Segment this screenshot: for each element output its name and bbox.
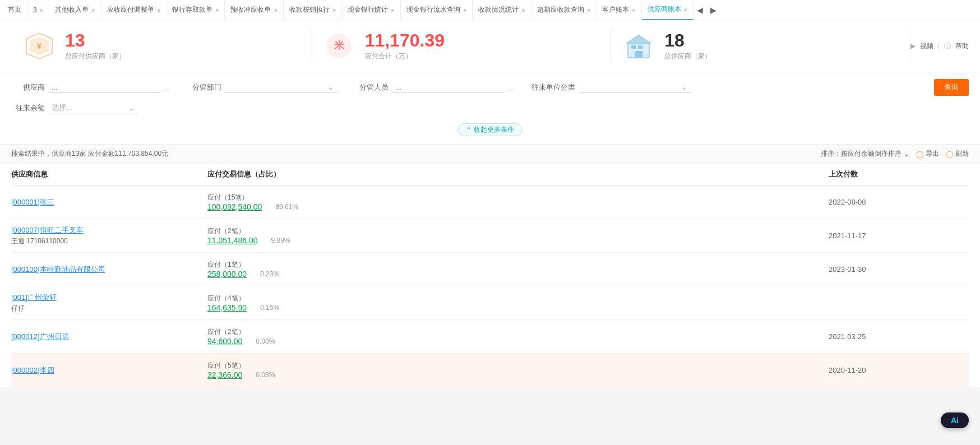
tx-info: 应付（1笔） 258,000.00 0.23% bbox=[207, 260, 829, 279]
nav-tab-other-income[interactable]: 其他收入单 × bbox=[49, 0, 101, 20]
balance-placeholder: 选择... bbox=[52, 103, 72, 113]
tx-amount-link[interactable]: 258,000.00 bbox=[207, 270, 247, 279]
collapse-label: 收起更多条件 bbox=[474, 125, 514, 135]
nav-tab-prepay-offset[interactable]: 预收冲应收单 × bbox=[225, 0, 283, 20]
close-icon[interactable]: × bbox=[40, 7, 43, 13]
tx-percent: 0.08% bbox=[256, 337, 275, 345]
nav-tab-3-label: 3 bbox=[33, 6, 37, 14]
ap-total-label: 应付合计（万） bbox=[365, 52, 445, 61]
sort-label: 排序：按应付余额倒序排序 bbox=[821, 149, 902, 159]
close-icon[interactable]: × bbox=[157, 7, 160, 13]
tx-info: 应付（15笔） 100,092,540.00 89.61% bbox=[207, 193, 829, 211]
query-button[interactable]: 查询 bbox=[934, 79, 969, 96]
table-row: [000002]李四 应付（5笔） 32,366.00 0.03% 2020-1… bbox=[11, 354, 969, 387]
tx-info: 应付（4笔） 164,635.90 0.15% bbox=[207, 294, 829, 312]
supplier-name-link[interactable]: [000002]李四 bbox=[11, 365, 207, 376]
nav-tab-cash-bank-flow[interactable]: 现金银行流水查询 × bbox=[401, 0, 473, 20]
refresh-button[interactable]: ◯ 刷新 bbox=[946, 149, 969, 159]
tx-amount-link[interactable]: 100,092,540.00 bbox=[207, 202, 262, 211]
supplier-dots: ... bbox=[164, 84, 170, 92]
nav-prev-arrow[interactable]: ◀ bbox=[694, 0, 707, 20]
nav-tab-collection-exec[interactable]: 收款核销执行 × bbox=[284, 0, 342, 20]
sort-control[interactable]: 排序：按应付余额倒序排序 ⌄ bbox=[821, 149, 909, 159]
nav-tab-collection-stat[interactable]: 收款情况统计 × bbox=[473, 0, 531, 20]
tx-label: 应付（15笔） bbox=[207, 193, 829, 202]
table-row: [000012]广州贝瑞 应付（2笔） 94,600.00 0.08% 2021… bbox=[11, 320, 969, 354]
close-icon[interactable]: × bbox=[391, 7, 394, 13]
supplier-name-link[interactable]: [000012]广州贝瑞 bbox=[11, 332, 207, 342]
total-suppliers-label: 总供应商（家） bbox=[664, 52, 711, 61]
supplier-name-link[interactable]: [000100]本特勤油品有限公司 bbox=[11, 265, 207, 275]
close-icon[interactable]: × bbox=[684, 6, 687, 13]
supplier-name-link[interactable]: [000007]恒旺二手叉车 bbox=[11, 225, 207, 235]
tx-percent: 0.15% bbox=[260, 304, 279, 312]
balance-dropdown[interactable]: 选择... ⌄ bbox=[48, 101, 138, 114]
svg-marker-9 bbox=[627, 35, 650, 43]
filter-item-supplier: 供应商 ... bbox=[11, 82, 170, 93]
help-icon: ⓘ bbox=[944, 41, 951, 51]
results-info: 搜索结果中，供应商13家 应付金额111,703,854.00元 bbox=[11, 149, 168, 159]
tx-amount-link[interactable]: 11,051,486.00 bbox=[207, 236, 258, 245]
balance-label: 往来余额 bbox=[11, 103, 45, 113]
category-label: 往来单位分类 bbox=[531, 82, 575, 92]
ap-total-number: 11,170.39 bbox=[365, 31, 445, 49]
tx-label: 应付（1笔） bbox=[207, 260, 829, 270]
close-icon[interactable]: × bbox=[632, 7, 635, 13]
tx-info: 应付（2笔） 11,051,486.00 9.89% bbox=[207, 226, 829, 245]
summary-area: ¥ 13 总应付供应商（家） 米 11,170.39 应付合计（万） bbox=[0, 20, 980, 72]
nav-tab-cash-bank-stat[interactable]: 现金银行统计 × bbox=[342, 0, 400, 20]
nav-tab-customer-ledger[interactable]: 客户账本 × bbox=[597, 0, 641, 20]
category-dropdown[interactable]: ⌄ bbox=[579, 82, 691, 93]
close-icon[interactable]: × bbox=[587, 7, 590, 13]
table-row: [001]广州荣轩 仔仔 应付（4笔） 164,635.90 0.15% bbox=[11, 286, 969, 320]
divider: | bbox=[938, 42, 940, 50]
supplier-name-link[interactable]: [001]广州荣轩 bbox=[11, 293, 207, 303]
last-payment: 2023-01-30 bbox=[829, 265, 969, 274]
svg-rect-8 bbox=[635, 51, 642, 58]
svg-text:米: 米 bbox=[334, 40, 345, 51]
close-icon[interactable]: × bbox=[463, 7, 466, 13]
tx-label: 应付（4笔） bbox=[207, 294, 829, 303]
sort-arrow-icon: ⌄ bbox=[904, 150, 909, 158]
nav-tab-ar-ap-adjust[interactable]: 应收应付调整单 × bbox=[101, 0, 167, 20]
export-label: 导出 bbox=[926, 149, 939, 159]
close-icon[interactable]: × bbox=[332, 7, 336, 13]
collapse-button[interactable]: ⌃ 收起更多条件 bbox=[457, 123, 523, 136]
supplier-name-link[interactable]: [000001]张三 bbox=[11, 197, 207, 207]
refresh-icon: ◯ bbox=[946, 150, 953, 158]
person-input[interactable] bbox=[392, 82, 504, 93]
video-link[interactable]: 视频 bbox=[920, 41, 933, 51]
supplier-sub: 王通 17106110000 bbox=[11, 237, 207, 246]
tx-amount-link[interactable]: 32,366.00 bbox=[207, 370, 242, 379]
nav-tab-cash-bank-flow-label: 现金银行流水查询 bbox=[406, 5, 460, 15]
nav-bar: 首页 3 × 其他收入单 × 应收应付调整单 × 银行存取款单 × 预收冲应收单… bbox=[0, 0, 980, 20]
help-link[interactable]: 帮助 bbox=[955, 41, 969, 51]
close-icon[interactable]: × bbox=[91, 7, 95, 13]
results-bar: 搜索结果中，供应商13家 应付金额111,703,854.00元 排序：按应付余… bbox=[0, 145, 980, 164]
nav-tab-prepay-offset-label: 预收冲应收单 bbox=[230, 5, 271, 15]
tx-percent: 89.61% bbox=[275, 203, 298, 211]
nav-tab-supplier-ledger[interactable]: 供应商账本 × bbox=[642, 0, 694, 20]
dept-dropdown[interactable]: ⌄ bbox=[225, 82, 337, 93]
last-payment: 2022-08-08 bbox=[829, 198, 969, 206]
nav-tab-3[interactable]: 3 × bbox=[27, 0, 49, 20]
nav-next-arrow[interactable]: ▶ bbox=[707, 0, 720, 20]
last-payment: 2021-03-25 bbox=[829, 332, 969, 341]
tx-amount-link[interactable]: 94,600.00 bbox=[207, 337, 242, 346]
close-icon[interactable]: × bbox=[274, 7, 277, 13]
chevron-up-icon: ⌃ bbox=[466, 126, 471, 134]
chevron-down-icon: ⌄ bbox=[128, 104, 135, 112]
close-icon[interactable]: × bbox=[215, 7, 219, 13]
nav-tab-overdue-ar[interactable]: 超期应收款查询 × bbox=[531, 0, 597, 20]
close-icon[interactable]: × bbox=[521, 7, 525, 13]
summary-info-ap-total: 11,170.39 应付合计（万） bbox=[365, 31, 445, 61]
nav-tab-cash-bank-stat-label: 现金银行统计 bbox=[348, 5, 388, 15]
tx-amount-link[interactable]: 164,635.90 bbox=[207, 303, 247, 312]
nav-tab-home[interactable]: 首页 bbox=[2, 0, 27, 20]
export-button[interactable]: ◯ 导出 bbox=[916, 149, 939, 159]
svg-text:¥: ¥ bbox=[37, 41, 41, 50]
nav-tab-bank-deposit[interactable]: 银行存取款单 × bbox=[167, 0, 225, 20]
filter-area: 供应商 ... 分管部门 ⌄ 分管人员 ... 往来单位分类 ⌄ 查询 bbox=[0, 72, 980, 145]
nav-tab-bank-deposit-label: 银行存取款单 bbox=[172, 5, 212, 15]
supplier-input[interactable] bbox=[48, 82, 160, 93]
